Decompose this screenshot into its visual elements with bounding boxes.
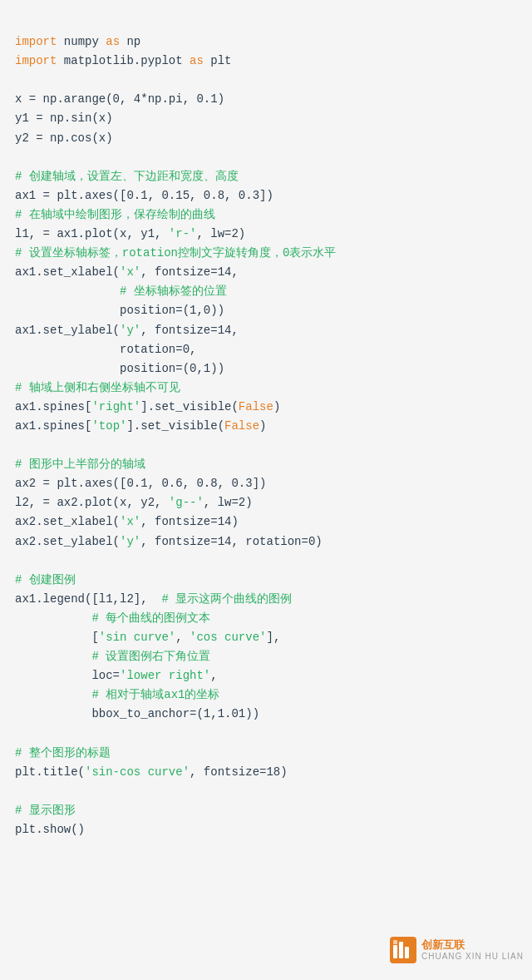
keyword-as2: as (190, 54, 204, 67)
logo-text: 创新互联 CHUANG XIN HU LIAN (421, 938, 524, 962)
comment-upper-axes: # 图形中上半部分的轴域 (15, 458, 145, 471)
logo-area: 创新互联 CHUANG XIN HU LIAN (390, 937, 524, 963)
svg-rect-0 (393, 945, 397, 958)
svg-rect-3 (393, 940, 397, 944)
comment-rotation: # 设置坐标轴标签，rotation控制文字旋转角度，0表示水平 (15, 246, 336, 260)
logo-main-text: 创新互联 (421, 938, 524, 952)
comment-title: # 整个图形的标题 (15, 746, 111, 760)
keyword-import: import (15, 35, 57, 48)
comment-legend: # 创建图例 (15, 573, 76, 587)
logo-svg (392, 938, 415, 962)
comment-draw: # 在轴域中绘制图形，保存绘制的曲线 (15, 208, 215, 221)
svg-rect-2 (405, 947, 409, 958)
comment-show: # 显示图形 (15, 804, 76, 817)
code-block: import numpy as np import matplotlib.pyp… (15, 13, 517, 839)
comment-create-axes: # 创建轴域，设置左、下边距和宽度、高度 (15, 170, 239, 183)
logo-sub-text: CHUANG XIN HU LIAN (421, 952, 524, 962)
svg-rect-1 (399, 942, 403, 958)
comment-spines: # 轴域上侧和右侧坐标轴不可见 (15, 381, 180, 394)
logo-icon (390, 937, 416, 963)
keyword-import2: import (15, 54, 57, 67)
keyword-as: as (106, 35, 120, 48)
code-container: import numpy as np import matplotlib.pyp… (0, 0, 532, 980)
